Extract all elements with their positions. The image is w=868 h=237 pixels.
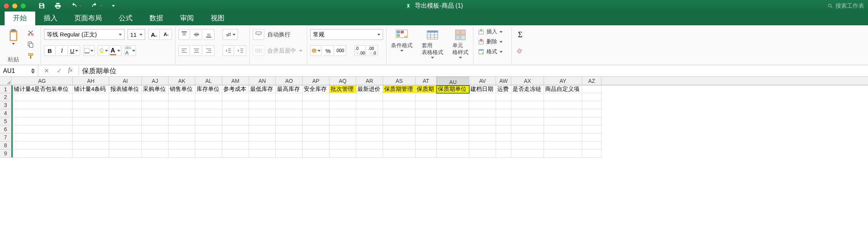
- cell-AI5[interactable]: [109, 117, 142, 125]
- column-header-AN[interactable]: AN: [249, 77, 276, 85]
- cell-AU9[interactable]: [437, 150, 469, 158]
- cell-AL3[interactable]: [195, 101, 222, 109]
- cell-AR9[interactable]: [356, 150, 383, 158]
- cell-AR3[interactable]: [356, 101, 383, 109]
- column-header-AT[interactable]: AT: [416, 77, 437, 85]
- cell-AZ9[interactable]: [582, 150, 601, 158]
- fill-color-button[interactable]: [98, 45, 109, 56]
- cell-AM4[interactable]: [222, 109, 249, 117]
- cell-AG7[interactable]: [11, 133, 73, 142]
- conditional-formatting-button[interactable]: 条件格式: [390, 28, 414, 53]
- print-icon[interactable]: [53, 1, 62, 10]
- align-right-icon[interactable]: [203, 45, 215, 56]
- cell-AJ7[interactable]: [142, 133, 169, 142]
- cell-AM9[interactable]: [222, 150, 249, 158]
- cell-AQ7[interactable]: [329, 133, 356, 142]
- cell-AJ1[interactable]: 采购单位: [142, 86, 169, 93]
- cell-AO4[interactable]: [276, 109, 303, 117]
- autosum-icon[interactable]: Σ: [515, 29, 526, 40]
- column-header-AV[interactable]: AV: [469, 77, 496, 85]
- cell-AS9[interactable]: [383, 150, 416, 158]
- cell-AK5[interactable]: [169, 117, 195, 125]
- cell-AI9[interactable]: [109, 150, 142, 158]
- cell-AP9[interactable]: [303, 150, 329, 158]
- name-box[interactable]: AU1: [0, 65, 38, 76]
- format-cells-button[interactable]: 格式: [477, 48, 508, 56]
- column-header-AJ[interactable]: AJ: [142, 77, 169, 85]
- cell-AZ5[interactable]: [582, 117, 601, 125]
- cell-AK3[interactable]: [169, 101, 195, 109]
- row-header-5[interactable]: 5: [0, 117, 11, 125]
- row-header-2[interactable]: 2: [0, 93, 11, 101]
- cell-AS7[interactable]: [383, 133, 416, 142]
- cell-AZ8[interactable]: [582, 142, 601, 150]
- cell-AN6[interactable]: [249, 125, 276, 133]
- column-header-AY[interactable]: AY: [544, 77, 582, 85]
- orientation-button[interactable]: ab: [223, 29, 238, 40]
- cell-AL4[interactable]: [195, 109, 222, 117]
- column-header-AM[interactable]: AM: [222, 77, 249, 85]
- cell-AQ2[interactable]: [329, 93, 356, 101]
- increase-indent-icon[interactable]: [235, 45, 246, 56]
- wrap-text-icon[interactable]: [253, 29, 264, 40]
- underline-button[interactable]: U: [69, 45, 80, 56]
- cell-AU8[interactable]: [437, 142, 469, 150]
- cell-AX8[interactable]: [511, 142, 544, 150]
- cell-AG6[interactable]: [11, 125, 73, 133]
- percent-format-icon[interactable]: %: [323, 45, 334, 56]
- zoom-window-button[interactable]: [21, 3, 26, 8]
- cell-AG8[interactable]: [11, 142, 73, 150]
- cell-AI8[interactable]: [109, 142, 142, 150]
- column-header-AI[interactable]: AI: [109, 77, 142, 85]
- cell-AI2[interactable]: [109, 93, 142, 101]
- cell-AV3[interactable]: [469, 101, 496, 109]
- cell-AW9[interactable]: [496, 150, 511, 158]
- cell-AV9[interactable]: [469, 150, 496, 158]
- cell-AZ2[interactable]: [582, 93, 601, 101]
- cell-AQ8[interactable]: [329, 142, 356, 150]
- cell-AN9[interactable]: [249, 150, 276, 158]
- decrease-indent-icon[interactable]: [223, 45, 234, 56]
- cell-AX1[interactable]: 是否走冻链: [511, 86, 544, 93]
- clear-icon[interactable]: [515, 46, 524, 55]
- cell-AR5[interactable]: [356, 117, 383, 125]
- cell-AJ3[interactable]: [142, 101, 169, 109]
- cell-AG9[interactable]: [11, 150, 73, 158]
- cell-AG3[interactable]: [11, 101, 73, 109]
- cell-AJ4[interactable]: [142, 109, 169, 117]
- cell-AN7[interactable]: [249, 133, 276, 142]
- cell-AY2[interactable]: [544, 93, 582, 101]
- font-name-select[interactable]: 等线 Regular (正文): [44, 29, 124, 40]
- delete-cells-button[interactable]: 删除: [477, 38, 508, 46]
- cell-AU2[interactable]: [437, 93, 469, 101]
- cell-AP1[interactable]: 安全库存: [303, 86, 329, 93]
- cell-AN2[interactable]: [249, 93, 276, 101]
- cell-AI6[interactable]: [109, 125, 142, 133]
- cell-AH2[interactable]: [73, 93, 109, 101]
- cell-AN8[interactable]: [249, 142, 276, 150]
- font-color-button[interactable]: A: [110, 45, 121, 56]
- cell-AX9[interactable]: [511, 150, 544, 158]
- cell-AT2[interactable]: [416, 93, 437, 101]
- cell-AM3[interactable]: [222, 101, 249, 109]
- enter-formula-icon[interactable]: ✓: [56, 66, 63, 76]
- cell-AQ1[interactable]: 批次管理: [329, 86, 356, 93]
- cell-AQ5[interactable]: [329, 117, 356, 125]
- cell-AR7[interactable]: [356, 133, 383, 142]
- cell-AN3[interactable]: [249, 101, 276, 109]
- cell-AP8[interactable]: [303, 142, 329, 150]
- decrease-decimal-icon[interactable]: .00→.0: [367, 45, 378, 56]
- cell-AU4[interactable]: [437, 109, 469, 117]
- cell-AW6[interactable]: [496, 125, 511, 133]
- cell-AK8[interactable]: [169, 142, 195, 150]
- cell-AO9[interactable]: [276, 150, 303, 158]
- cell-AT1[interactable]: 保质期: [416, 86, 437, 93]
- cell-AW3[interactable]: [496, 101, 511, 109]
- cell-AT7[interactable]: [416, 133, 437, 142]
- redo-icon[interactable]: [90, 1, 104, 10]
- cell-AN5[interactable]: [249, 117, 276, 125]
- cell-AZ6[interactable]: [582, 125, 601, 133]
- cell-AY8[interactable]: [544, 142, 582, 150]
- cell-AH6[interactable]: [73, 125, 109, 133]
- cell-AS2[interactable]: [383, 93, 416, 101]
